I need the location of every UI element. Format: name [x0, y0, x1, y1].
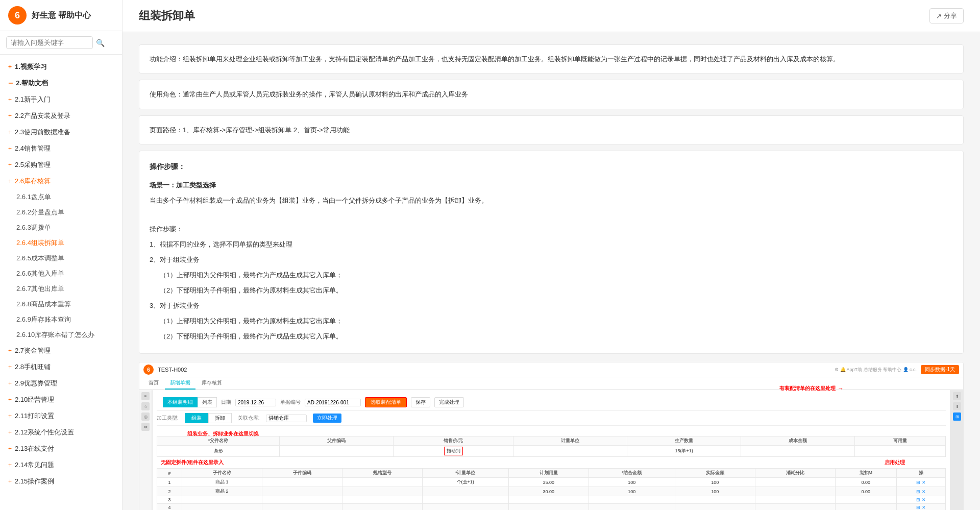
- mock-type-tabs: 本组装明细 列表: [163, 397, 217, 407]
- main-header: 组装拆卸单 ↗ 分享: [122, 0, 980, 32]
- sidebar-item-s261[interactable]: 2.6.1盘点单: [0, 189, 122, 205]
- sidebar-section-s1[interactable]: +1.视频学习: [0, 59, 122, 75]
- mock-lower-td-0-0: 1: [157, 478, 182, 487]
- mock-lower-th-6: *结合金额: [589, 469, 675, 478]
- expand-icon: +: [8, 462, 12, 469]
- sidebar-item-s28[interactable]: +2.8手机旺铺: [0, 359, 122, 375]
- share-button[interactable]: ↗ 分享: [929, 8, 964, 23]
- mock-lower-td-1-7: 100: [675, 487, 755, 496]
- mock-upper-td-7: [854, 446, 945, 457]
- sidebar-item-s264[interactable]: 2.6.4组装拆卸单: [0, 235, 122, 251]
- sidebar-item-s211[interactable]: +2.11打印设置: [0, 408, 122, 424]
- mock-num-input[interactable]: [305, 399, 361, 406]
- mock-lower-th-2: 子件编码: [262, 469, 342, 478]
- mock-ops-btn[interactable]: ⊞ ✕: [916, 497, 926, 502]
- sidebar-item-s214[interactable]: +2.14常见问题: [0, 457, 122, 473]
- mock-ops-btn[interactable]: ⊞ ✕: [916, 505, 926, 510]
- sidebar-item-s23[interactable]: +2.3使用前数据准备: [0, 124, 122, 140]
- sidebar-item-s26[interactable]: +2.6库存核算: [0, 173, 122, 189]
- mock-lower-td-0-3: [342, 478, 422, 487]
- mock-disassemble-tab[interactable]: 拆卸: [208, 413, 232, 423]
- mock-complete-btn[interactable]: 完成处理: [434, 397, 464, 407]
- sidebar-item-s2610[interactable]: 2.6.10库存账本错了怎么办: [0, 327, 122, 343]
- share-label: 分享: [944, 11, 957, 20]
- mock-date-input[interactable]: [235, 399, 276, 406]
- sidebar-item-s27[interactable]: +2.7资金管理: [0, 343, 122, 359]
- expand-icon: +: [8, 412, 12, 420]
- sidebar-item-s213[interactable]: +2.13在线支付: [0, 441, 122, 457]
- sidebar-section-s2[interactable]: −2.帮助文档: [0, 75, 122, 91]
- mock-tab-list[interactable]: 列表: [198, 397, 217, 407]
- expand-icon: +: [8, 112, 12, 119]
- mock-nav-inventory[interactable]: 库存核算: [197, 377, 227, 390]
- mock-action-btn[interactable]: 保存: [411, 397, 430, 407]
- mock-app: 6 TEST-H002 ⚙ 🔔 AppT助 总结服务 帮助中心 👤 c.c. 同…: [139, 362, 963, 510]
- sidebar-item-s262[interactable]: 2.6.2分量盘点单: [0, 205, 122, 220]
- sidebar-item-s24[interactable]: +2.4销售管理: [0, 140, 122, 157]
- expand-icon: +: [8, 347, 12, 354]
- mock-ops-btn[interactable]: ⊞ ✕: [916, 489, 926, 494]
- mock-annotation-text-4: 启用处理: [885, 459, 905, 466]
- expand-icon: +: [8, 63, 12, 70]
- sidebar-item-s265[interactable]: 2.6.5成本调整单: [0, 251, 122, 266]
- sidebar-item-s266[interactable]: 2.6.6其他入库单: [0, 266, 122, 281]
- sidebar-item-s269[interactable]: 2.6.9库存账本查询: [0, 312, 122, 327]
- search-input[interactable]: [6, 36, 93, 49]
- mock-right-icon-3[interactable]: ⊞: [953, 412, 961, 421]
- mock-nav-new[interactable]: 新增单据: [165, 377, 195, 390]
- mock-type-row: 加工类型: 组装 拆卸 关联仓库: 立即处理 组装业务、拆卸业务在这里切换: [157, 411, 946, 426]
- mock-upper-td-6: [741, 446, 854, 457]
- mock-upper-th-7: 可用量: [854, 436, 945, 446]
- mock-subco-input[interactable]: [266, 415, 307, 422]
- step3: 3、对于拆装业务: [150, 299, 953, 312]
- mock-right-icon-2[interactable]: ⬇: [953, 402, 961, 410]
- expand-icon: +: [8, 380, 12, 387]
- logo-icon: 6: [8, 6, 27, 25]
- mock-lower-td-0-4: 个(盒+1): [422, 478, 508, 487]
- sidebar-item-s29[interactable]: +2.9优惠券管理: [0, 375, 122, 392]
- mock-lower-td-3-8: [755, 504, 835, 510]
- sidebar-item-s267[interactable]: 2.6.7其他出库单: [0, 281, 122, 297]
- mock-apply-btn[interactable]: 立即处理: [313, 414, 341, 423]
- sidebar-item-s22[interactable]: +2.2产品安装及登录: [0, 108, 122, 124]
- mock-lower-annotation-wrap: 无固定拆件(组件在这里录入 启用处理: [157, 459, 946, 466]
- mock-ops-btn[interactable]: ⊞ ✕: [916, 480, 926, 485]
- sidebar-item-s212[interactable]: +2.12系统个性化设置: [0, 424, 122, 441]
- scenario1-title: 场景一：加工类型选择: [150, 179, 953, 192]
- mock-tab-add[interactable]: 本组装明细: [163, 397, 198, 407]
- mock-upper-td-1: 条形: [157, 446, 280, 457]
- mock-assemble-tab[interactable]: 组装: [185, 413, 208, 423]
- mock-lower-th-1: 子件名称: [182, 469, 262, 478]
- mock-sync-btn[interactable]: 同步数据-1天: [921, 365, 959, 374]
- mock-icon-1[interactable]: ≡: [141, 392, 150, 400]
- mock-upper-th-4: 计量单位: [513, 436, 627, 446]
- mock-lower-td-2-7: [675, 496, 755, 504]
- search-icon[interactable]: 🔍: [96, 39, 105, 47]
- table-row: 3⊞ ✕: [157, 496, 946, 504]
- sidebar-item-s263[interactable]: 2.6.3调拨单: [0, 220, 122, 235]
- sidebar-item-s268[interactable]: 2.6.8商品成本重算: [0, 297, 122, 312]
- mock-annotation-area-2: 组装业务、拆卸业务在这里切换: [187, 430, 259, 438]
- mock-nav-home[interactable]: 首页: [143, 377, 164, 390]
- mock-upper-th-6: 成本金额: [741, 436, 854, 446]
- mock-lower-td-0-1: 商品 1: [182, 478, 262, 487]
- mock-lower-td-3-2: [262, 504, 342, 510]
- mock-company: TEST-H002: [158, 367, 830, 373]
- mock-lower-td-3-5: [508, 504, 589, 510]
- mock-select-btn[interactable]: 选取装配清单: [365, 397, 407, 407]
- mock-upper-table: *父件名称 父件编码 销售价/元 计量单位 生产数量 成本金额 可用量: [157, 436, 946, 457]
- sidebar-item-s210[interactable]: +2.10经营管理: [0, 392, 122, 408]
- sidebar-item-s215[interactable]: +2.15操作案例: [0, 473, 122, 490]
- mock-lower-td-1-3: [342, 487, 422, 496]
- mock-icon-3[interactable]: ◎: [141, 412, 150, 421]
- mock-icon-2[interactable]: ☆: [141, 402, 150, 410]
- sidebar-item-s21[interactable]: +2.1新手入门: [0, 91, 122, 108]
- sidebar-item-s25[interactable]: +2.5采购管理: [0, 157, 122, 173]
- mock-icon-4[interactable]: ≪: [141, 423, 150, 431]
- step2-1: （1）上部明细为父件明细，最终作为产成品生成其它入库单；: [150, 269, 953, 282]
- search-area: 🔍: [0, 31, 122, 55]
- step2: 2、对于组装业务: [150, 253, 953, 266]
- main-content: 功能介绍：组装拆卸单用来处理企业组装或拆卸等加工业务，支持有固定装配清单的产品加…: [122, 32, 980, 510]
- table-row: 1商品 1个(盒+1)35.001001000.00⊞ ✕: [157, 478, 946, 487]
- mock-right-icon-1[interactable]: ⬆: [953, 392, 961, 400]
